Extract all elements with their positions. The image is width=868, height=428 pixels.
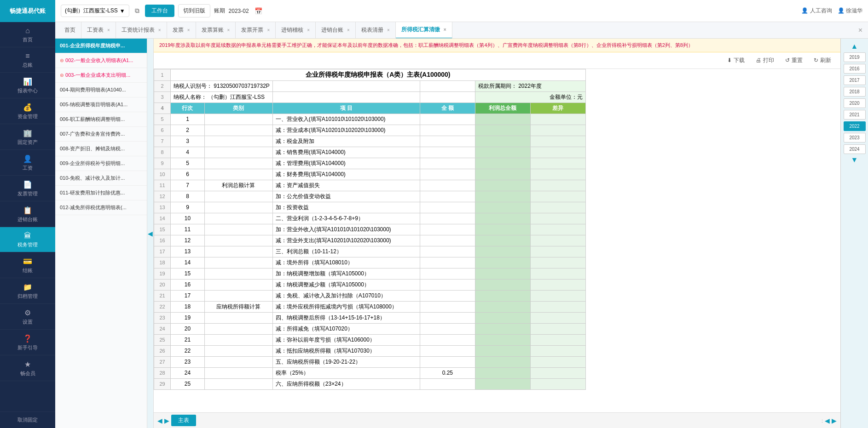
timeline-item-2021[interactable]: 2021 [844, 110, 866, 120]
service-icon: 👤 [801, 7, 808, 14]
cell-e [475, 312, 530, 323]
left-panel-item-008[interactable]: 008-资产折旧、摊销及纳税... [55, 142, 147, 156]
timeline-item-2017[interactable]: 2017 [844, 75, 866, 85]
left-panel-item-012[interactable]: 012-减免所得税优惠明细表(... [55, 200, 147, 215]
left-panel-item-007[interactable]: 007-广告费和业务宣传费跨... [55, 127, 147, 142]
next-sheet-icon[interactable]: ▶ [164, 417, 169, 424]
left-panel-item-006[interactable]: 006-职工薪酬纳税调整明细... [55, 112, 147, 127]
cell-e [475, 257, 530, 268]
sidebar-item-ledger[interactable]: ≡ 总账 [0, 47, 55, 73]
tab-sales-check[interactable]: 进销稽核× [276, 22, 316, 39]
tab-close-all-icon[interactable]: × [853, 26, 868, 34]
bottom-tab-main[interactable]: 主表 [171, 415, 196, 426]
sidebar-item-member[interactable]: ★ 畅会员 [0, 355, 55, 381]
sidebar-item-reports[interactable]: 📊 报表中心 [0, 73, 55, 98]
sidebar-item-close-accounts[interactable]: 💳 结账 [0, 252, 55, 278]
cell-a: 19 [171, 312, 205, 323]
currency-unit-cell: 金额单位：元 [475, 91, 585, 103]
sidebar-item-archive[interactable]: 📁 归档管理 [0, 278, 55, 304]
tab-salary-stats[interactable]: 工资统计报表× [116, 22, 167, 39]
timeline-up-icon[interactable]: ▲ [851, 42, 858, 51]
cell-a: 15 [171, 268, 205, 279]
tab-salary[interactable]: 工资表× [81, 22, 116, 39]
download-button[interactable]: ⬇ 下载 [723, 55, 748, 66]
timeline-item-2022[interactable]: 2022 [844, 121, 866, 131]
cell-c: 减：资产减值损失 [272, 180, 420, 191]
left-panel-item-010[interactable]: 010-免税、减计收入及加计... [55, 171, 147, 186]
table-row: 1713三、利润总额（10-11-12） [154, 246, 586, 257]
tab-sales-ledger[interactable]: 进销台账× [316, 22, 356, 39]
reset-button[interactable]: ↺ 重置 [781, 55, 806, 66]
timeline-item-2019[interactable]: 2019 [844, 52, 866, 62]
timeline-down-icon[interactable]: ▼ [851, 156, 858, 164]
sidebar-unpin[interactable]: 取消固定 [0, 411, 55, 428]
sidebar-item-settings[interactable]: ⚙ 设置 [0, 304, 55, 330]
cell-f [530, 378, 585, 389]
cell-e [475, 158, 530, 169]
tab-tax-clear[interactable]: 税表清册× [356, 22, 396, 39]
close-icon[interactable]: × [444, 27, 446, 32]
close-icon[interactable]: × [267, 28, 270, 33]
sidebar-item-guide[interactable]: ❓ 新手引导 [0, 330, 55, 355]
sidebar-item-salary[interactable]: 👤 工资 [0, 150, 55, 176]
calendar-icon[interactable]: 📅 [255, 7, 262, 15]
table-row: 2117减：免税、减计收入及加计扣除（A107010） [154, 290, 586, 301]
sidebar-item-label: 设置 [23, 319, 33, 325]
cell-f [530, 345, 585, 356]
sidebar-item-funds[interactable]: 💰 资金管理 [0, 98, 55, 124]
cell-e [475, 279, 530, 290]
spreadsheet-scroll[interactable]: 1 企业所得税年度纳税申报表（A类）主表(A100000) 2 纳税人识别号： … [154, 69, 840, 413]
tab-invoice[interactable]: 发票× [167, 22, 196, 39]
tab-income-tax[interactable]: 所得税汇算清缴× [396, 22, 452, 39]
tab-invoice-calc[interactable]: 发票算账× [196, 22, 236, 39]
cell-category: 利润总额计算 [204, 180, 272, 191]
scroll-right-icon[interactable]: ▶ [832, 417, 837, 424]
close-icon[interactable]: × [107, 28, 110, 33]
close-icon[interactable]: × [347, 28, 350, 33]
table-row: 2723五、应纳税所得额（19-20-21-22） [154, 356, 586, 367]
switch-btn[interactable]: 切到旧版 [178, 4, 210, 17]
cell-a: 10 [171, 213, 205, 224]
refresh-button[interactable]: ↻ 刷新 [810, 55, 835, 66]
sidebar-item-invoices[interactable]: 📄 发票管理 [0, 176, 55, 201]
workbench-button[interactable]: 工作台 [145, 5, 174, 17]
sales-ledger-icon: 📋 [23, 206, 32, 215]
timeline-item-2024[interactable]: 2024 [844, 144, 866, 154]
close-icon[interactable]: × [387, 28, 390, 33]
table-row: 1915加：纳税调整增加额（填写A105000） [154, 268, 586, 279]
sidebar-item-home[interactable]: ⌂ 首页 [0, 22, 55, 47]
collapse-handle[interactable]: ◀ [147, 39, 154, 428]
left-panel-item-001[interactable]: 001-企业所得税年度纳税申... [55, 39, 147, 53]
invoices-icon: 📄 [23, 180, 32, 189]
prev-sheet-icon[interactable]: ◀ [157, 417, 162, 424]
scroll-left-icon[interactable]: ◀ [825, 417, 830, 424]
close-icon[interactable]: × [158, 28, 161, 33]
close-icon[interactable]: × [227, 28, 230, 33]
sidebar-item-sales-ledger[interactable]: 📋 进销台账 [0, 201, 55, 227]
timeline-item-2020[interactable]: 2020 [844, 98, 866, 108]
timeline-item-2018[interactable]: 2018 [844, 87, 866, 97]
cell-d [420, 312, 475, 323]
company-selector[interactable]: (勾删）江西服宝-LSS ▼ [61, 5, 129, 17]
left-panel-item-004[interactable]: 004-期间费用明细表(A1040... [55, 83, 147, 97]
col-header-b: 类别 [204, 103, 272, 114]
close-icon[interactable]: × [187, 28, 190, 33]
left-panel-item-003[interactable]: ⊙ 003-一般企业成本支出明细... [55, 68, 147, 83]
timeline-item-2016[interactable]: 2016 [844, 64, 866, 74]
user-service[interactable]: 👤 人工咨询 [801, 7, 832, 15]
sidebar-item-assets[interactable]: 🏢 固定资产 [0, 124, 55, 150]
copy-icon[interactable]: ⧉ [135, 7, 139, 15]
app-logo: 畅捷通易代账 [0, 0, 55, 22]
sidebar-item-tax[interactable]: 🏛 税务管理 [0, 227, 55, 252]
left-panel-item-009[interactable]: 009-企业所得税补亏损明细... [55, 156, 147, 171]
left-panel-item-005[interactable]: 005-纳税调整项目明细表(A1... [55, 97, 147, 112]
tab-home[interactable]: 首页 [59, 22, 81, 39]
tab-invoice-open[interactable]: 发票开票× [236, 22, 276, 39]
print-button[interactable]: 🖨 打印 [752, 55, 778, 66]
cell-d [420, 202, 475, 213]
topbar: (勾删）江西服宝-LSS ▼ ⧉ 工作台 切到旧版 账期 2023-02 📅 👤… [55, 0, 868, 22]
close-icon[interactable]: × [307, 28, 310, 33]
timeline-item-2023[interactable]: 2023 [844, 133, 866, 143]
left-panel-item-002[interactable]: ⊙ 002-一般企业收入明细表(A1... [55, 53, 147, 68]
left-panel-item-011[interactable]: 011-研发费用加计扣除优惠... [55, 186, 147, 200]
